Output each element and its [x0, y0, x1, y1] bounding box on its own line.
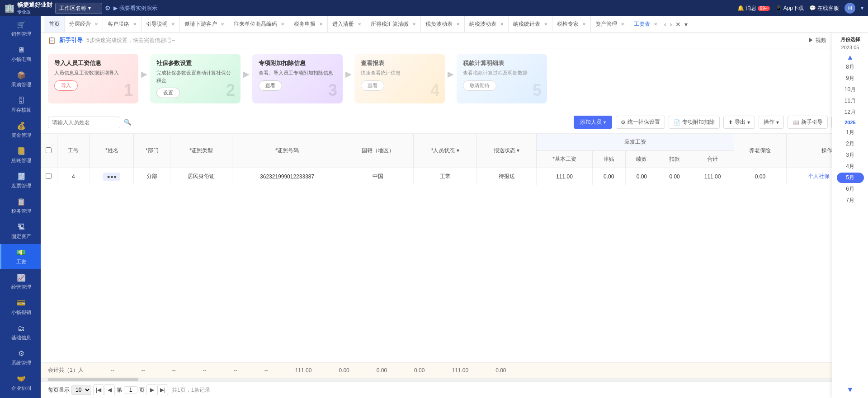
- tab-close-tax_calc[interactable]: ✕: [412, 22, 416, 27]
- tab-prev-button[interactable]: ‹: [662, 21, 668, 28]
- tab-close-goods_code[interactable]: ✕: [281, 22, 284, 27]
- sidebar-item-purchase[interactable]: 📦采购管理: [0, 67, 41, 92]
- tab-tax_expert[interactable]: 税检专家✕: [552, 16, 591, 33]
- sidebar-item-invoice[interactable]: 🧾发票管理: [0, 168, 41, 193]
- sidebar-item-salary[interactable]: 💵工资: [0, 244, 41, 269]
- search-input[interactable]: [48, 117, 120, 128]
- tab-close-all-button[interactable]: ✕: [674, 21, 683, 28]
- guide-button[interactable]: 📖 新手引导: [788, 116, 828, 129]
- user-menu-button[interactable]: ▾: [861, 5, 863, 11]
- filter-icon[interactable]: ▾: [457, 147, 459, 154]
- first-page-button[interactable]: |◀: [93, 384, 104, 395]
- month-item-7月[interactable]: 7月: [837, 195, 864, 206]
- demo-link[interactable]: ▶ 我要看实例演示: [113, 5, 157, 12]
- add-person-button[interactable]: 添加人员 ▾: [574, 116, 612, 129]
- last-page-button[interactable]: ▶|: [157, 384, 168, 395]
- tab-close-invite[interactable]: ✕: [221, 22, 224, 27]
- next-page-button[interactable]: ▶: [146, 384, 157, 395]
- step-btn-1[interactable]: 导入: [54, 80, 78, 91]
- tab-layer[interactable]: 分层经营✕: [65, 16, 103, 33]
- month-item-6月[interactable]: 6月: [837, 184, 864, 194]
- tab-close-customer[interactable]: ✕: [133, 22, 137, 27]
- step-btn-4[interactable]: 查看: [361, 80, 384, 91]
- sidebar-item-capital[interactable]: 💰资金管理: [0, 117, 41, 143]
- sidebar-item-sales[interactable]: 🛒销售管理: [0, 16, 41, 42]
- tab-tax_stat2[interactable]: 纳税统计表✕: [509, 16, 552, 33]
- month-down-button[interactable]: ▼: [846, 385, 855, 394]
- tab-close-salary_tab[interactable]: ✕: [654, 22, 657, 27]
- row-checkbox[interactable]: [41, 168, 57, 185]
- deduction-button[interactable]: 📄 专项附加扣除: [669, 116, 720, 129]
- month-item-8月[interactable]: 8月: [837, 62, 864, 72]
- sidebar-item-inventory[interactable]: 🗄库存核算: [0, 92, 41, 117]
- month-item-5月[interactable]: 5月: [837, 173, 864, 183]
- horizontal-scrollbar[interactable]: [41, 378, 868, 381]
- step-btn-2[interactable]: 设置: [156, 88, 180, 98]
- step-btn-5[interactable]: 敬请期待: [463, 80, 496, 91]
- search-button[interactable]: 🔍: [124, 119, 132, 126]
- tab-menu-button[interactable]: ▾: [683, 21, 689, 28]
- tab-goods_code[interactable]: 往来单位商品编码✕: [229, 16, 289, 33]
- sidebar-item-system[interactable]: ⚙系统管理: [0, 345, 41, 370]
- sidebar-item-guide[interactable]: 📖新手引导: [0, 396, 41, 398]
- tab-invite[interactable]: 邀请下游客户✕: [180, 16, 229, 33]
- action-personal-insurance[interactable]: 个人社保: [808, 173, 830, 179]
- filter-icon2[interactable]: ▾: [517, 147, 519, 154]
- tab-home[interactable]: 首页: [44, 16, 65, 33]
- tab-asset_mgmt[interactable]: 资产管理✕: [591, 16, 629, 33]
- sidebar-item-base[interactable]: 🗂基础信息: [0, 320, 41, 345]
- social-insurance-setting-button[interactable]: ⚙ 统一社保设置: [616, 116, 665, 129]
- page-size-select[interactable]: 102050: [71, 385, 91, 395]
- month-up-button[interactable]: ▲: [846, 53, 855, 62]
- month-item-12月[interactable]: 12月: [837, 107, 864, 117]
- sidebar-item-wrap-guide: 📖新手引导: [0, 396, 41, 398]
- month-item-9月[interactable]: 9月: [837, 73, 864, 84]
- tab-close-tax_expert[interactable]: ✕: [582, 22, 586, 27]
- tab-close-clearbook[interactable]: ✕: [358, 22, 361, 27]
- month-item-2月[interactable]: 2月: [837, 139, 864, 149]
- export-button[interactable]: ⬆ 导出 ▾: [723, 116, 755, 129]
- message-button[interactable]: 🔔 消息 99+: [737, 5, 770, 12]
- tab-close-tax_stat2[interactable]: ✕: [544, 22, 547, 27]
- tab-close-asset_mgmt[interactable]: ✕: [621, 22, 624, 27]
- workspace-selector[interactable]: 工作区名称 ▾: [55, 3, 102, 14]
- sidebar-item-operations[interactable]: 📈经营管理: [0, 269, 41, 295]
- row-select-checkbox[interactable]: [46, 173, 52, 179]
- tab-salary_tab[interactable]: 工资表✕: [629, 16, 662, 33]
- tab-close-tax_exempt[interactable]: ✕: [456, 22, 460, 27]
- tab-guide_tab[interactable]: 引导说明✕: [142, 16, 180, 33]
- tab-tax_calc[interactable]: 所得税汇算清缴✕: [366, 16, 421, 33]
- tab-clearbook[interactable]: 进入清册✕: [328, 16, 366, 33]
- user-avatar[interactable]: 用: [844, 3, 855, 14]
- tab-close-tax_stat1[interactable]: ✕: [500, 22, 504, 27]
- step-btn-3[interactable]: 查看: [259, 80, 282, 91]
- sidebar-item-tax[interactable]: 📋税务管理: [0, 193, 41, 219]
- tab-close-layer[interactable]: ✕: [94, 22, 98, 27]
- month-item-10月[interactable]: 10月: [837, 84, 864, 95]
- tab-tax_exempt[interactable]: 税负波动表✕: [421, 16, 465, 33]
- sidebar-item-xcreport[interactable]: 💳小畅报销: [0, 295, 41, 320]
- online-service-button[interactable]: 💬 在线客服: [809, 5, 839, 12]
- page-number-input[interactable]: [124, 386, 137, 393]
- guide-video-link[interactable]: ▶ 视频: [808, 37, 826, 44]
- select-all-checkbox[interactable]: [46, 147, 52, 153]
- sidebar-item-coop[interactable]: 🤝企业协同: [0, 370, 41, 396]
- app-download-button[interactable]: 📱 App下载: [775, 5, 804, 12]
- operate-button[interactable]: 操作 ▾: [759, 116, 784, 129]
- month-item-11月[interactable]: 11月: [837, 96, 864, 106]
- prev-page-button[interactable]: ◀: [104, 384, 115, 395]
- sidebar-item-ledger[interactable]: 📒总账管理: [0, 143, 41, 168]
- sidebar-item-ecommerce[interactable]: 🖥小畅电商: [0, 42, 41, 67]
- tab-close-guide_tab[interactable]: ✕: [171, 22, 175, 27]
- month-item-4月[interactable]: 4月: [837, 161, 864, 172]
- tab-tax_stat1[interactable]: 纳税波动表✕: [465, 16, 509, 33]
- sidebar-item-assets[interactable]: 🏗固定资产: [0, 219, 41, 244]
- month-item-1月[interactable]: 1月: [837, 127, 864, 138]
- settings-button[interactable]: ⚙: [105, 5, 111, 12]
- scrollbar-thumb[interactable]: [48, 378, 138, 381]
- tab-close-tax_report[interactable]: ✕: [319, 22, 323, 27]
- month-item-3月[interactable]: 3月: [837, 150, 864, 160]
- tab-next-button[interactable]: ›: [668, 21, 674, 28]
- tab-customer[interactable]: 客户联络✕: [103, 16, 142, 33]
- tab-tax_report[interactable]: 税务申报✕: [289, 16, 328, 33]
